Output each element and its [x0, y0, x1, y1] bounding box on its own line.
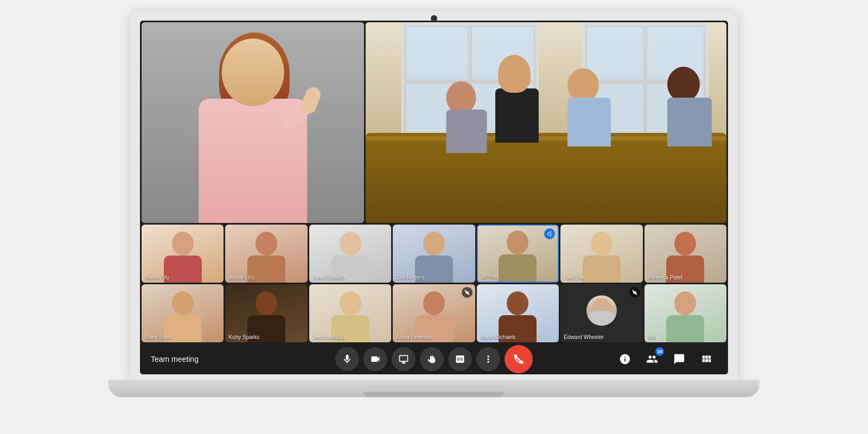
screen-bezel: Nanha Vu Alexis Lim	[130, 11, 738, 380]
captions-button[interactable]	[448, 347, 472, 371]
thumb-label-14: You	[648, 334, 657, 340]
thumb-label-12: Rosa Michaels	[480, 334, 516, 340]
thumb-label-6: Lani Lee	[564, 275, 584, 280]
thumb-nanha-vu[interactable]: Nanha Vu	[142, 225, 224, 283]
controls-center	[259, 345, 609, 373]
main-videos	[140, 21, 728, 225]
main-video-right[interactable]	[366, 22, 726, 223]
thumb-lani-lee[interactable]: Lani Lee	[560, 225, 642, 283]
present-button[interactable]	[392, 347, 416, 371]
info-button[interactable]	[614, 348, 636, 370]
thumb-label-5: Jo Hall	[481, 273, 498, 279]
thumb-label-10: Jessica Ayala	[312, 334, 345, 340]
thumb-jessica-ayala[interactable]: Jessica Ayala	[309, 284, 391, 342]
mic-off-indicator-13	[629, 287, 640, 298]
thumbnail-grid: Nanha Vu Alexis Lim	[140, 225, 728, 344]
laptop: Nanha Vu Alexis Lim	[108, 11, 760, 423]
thumb-edward-wheeler[interactable]: Edward Wheeler	[560, 284, 642, 342]
camera-button[interactable]	[363, 347, 387, 371]
thumb-alicia-peterson[interactable]: Alicia Peterson	[393, 284, 475, 342]
thumb-jo-hall[interactable]: Jo Hall	[477, 225, 559, 283]
thumb-label-4: Jad Rogers	[396, 275, 424, 280]
thumb-riley-yates[interactable]: Riley Yates	[142, 284, 224, 342]
thumb-koby-sparks[interactable]: Koby Sparks	[225, 284, 307, 342]
laptop-base	[108, 380, 760, 397]
thumb-label-11: Alicia Peterson	[396, 334, 432, 340]
chat-button[interactable]	[668, 348, 690, 370]
activities-button[interactable]	[695, 348, 717, 370]
thumb-label-7: Vanessa Patel	[648, 275, 682, 280]
people-button[interactable]: 16	[641, 348, 663, 370]
thumb-jad-rogers[interactable]: Jad Rogers	[393, 225, 475, 283]
thumb-label-1: Nanha Vu	[145, 275, 169, 280]
end-call-button[interactable]	[505, 345, 533, 373]
camera-notch	[431, 15, 437, 22]
meeting-title: Team meeting	[151, 355, 259, 363]
more-options-button[interactable]	[476, 347, 500, 371]
mic-button[interactable]	[335, 347, 359, 371]
thumb-label-13: Edward Wheeler	[564, 334, 604, 340]
participant-count-badge: 16	[655, 347, 664, 356]
svg-line-1	[633, 290, 637, 295]
thumb-label-9: Koby Sparks	[228, 334, 259, 340]
thumb-jane-esparza[interactable]: Jane Esparza	[309, 225, 391, 283]
thumb-rosa-michaels[interactable]: Rosa Michaels	[477, 284, 559, 342]
thumb-label-8: Riley Yates	[145, 334, 172, 340]
video-area: Nanha Vu Alexis Lim	[140, 21, 728, 344]
control-bar: Team meeting	[140, 344, 728, 374]
svg-line-0	[465, 290, 469, 295]
screen: Nanha Vu Alexis Lim	[140, 21, 728, 374]
thumb-you[interactable]: You	[644, 284, 726, 342]
thumb-vanessa-patel[interactable]: Vanessa Patel	[644, 225, 726, 283]
thumb-label-2: Alexis Lim	[228, 275, 253, 280]
mic-off-indicator-11	[462, 287, 473, 298]
controls-right: 16	[609, 348, 717, 370]
thumb-alexis-lim[interactable]: Alexis Lim	[225, 225, 307, 283]
main-video-left[interactable]	[142, 22, 364, 223]
thumb-label-3: Jane Esparza	[312, 275, 346, 280]
raise-hand-button[interactable]	[420, 347, 444, 371]
speaking-indicator	[544, 228, 555, 239]
